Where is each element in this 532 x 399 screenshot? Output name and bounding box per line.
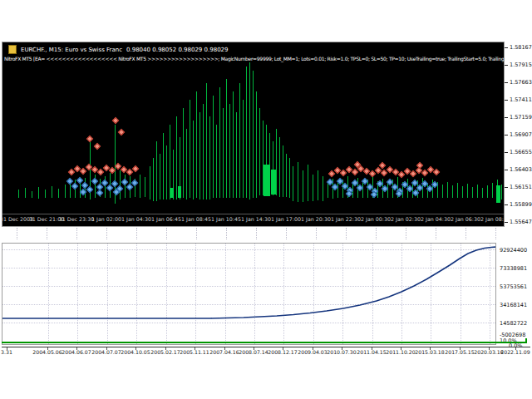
date-axis-tick xyxy=(430,347,431,350)
candle-bar xyxy=(442,185,443,198)
date-axis-label: 2005.02.17 xyxy=(150,349,180,355)
time-axis-label: 1 Jan 17:00 xyxy=(271,216,301,222)
time-axis-label: 1 Jan 10:45 xyxy=(211,216,241,222)
date-axis-tick xyxy=(106,347,107,350)
grid-tick xyxy=(466,228,467,239)
grid-tick xyxy=(376,228,377,239)
candle-bar xyxy=(387,183,388,198)
price-tick xyxy=(505,187,508,188)
price-tick-label: 1.57159 xyxy=(510,114,532,121)
candle-bar xyxy=(163,133,164,200)
candle-bar xyxy=(196,91,197,198)
time-axis-label: 1 Jan 14:30 xyxy=(241,216,271,222)
candle-bar xyxy=(313,175,313,201)
date-axis-label: 3.31 xyxy=(1,349,12,355)
candle-bar xyxy=(193,121,194,200)
candle-bar xyxy=(303,170,303,202)
candle-bar xyxy=(190,100,190,198)
grid-tick xyxy=(436,228,437,239)
grid-tick xyxy=(346,228,347,239)
date-axis-tick xyxy=(7,347,7,350)
zero-percent-line xyxy=(2,342,526,343)
sell-marker xyxy=(80,168,86,175)
date-axis-tick xyxy=(195,347,195,350)
candle-body xyxy=(264,165,270,196)
candle-body xyxy=(271,170,276,195)
candle-bar xyxy=(286,154,287,197)
candle-bar xyxy=(140,175,140,198)
date-axis-tick xyxy=(489,347,490,350)
candle-bar xyxy=(206,83,207,200)
candle-bar xyxy=(52,186,52,198)
candle-bar xyxy=(279,137,280,197)
candle-bar xyxy=(226,79,227,198)
date-axis-label: 2005.11.11 xyxy=(180,349,209,355)
candle-bar xyxy=(65,185,66,198)
grid-tick xyxy=(256,228,258,239)
money-scale-label: 53753561 xyxy=(500,283,527,290)
date-axis-tick xyxy=(47,347,48,350)
date-axis-tick xyxy=(135,347,136,350)
candle-bar xyxy=(447,182,448,198)
candle-bar xyxy=(323,176,323,201)
date-axis-tick xyxy=(342,347,342,350)
candle-bar xyxy=(223,108,224,198)
candle-bar xyxy=(229,104,230,198)
time-axis-separator xyxy=(2,214,504,214)
candle-bar xyxy=(153,158,154,201)
time-axis-label: 2 Jan 02:30 xyxy=(391,216,421,222)
candle-bar xyxy=(183,108,184,198)
price-tick xyxy=(505,170,508,170)
date-axis-label: 2022.11.09 xyxy=(500,349,530,355)
candle-bar xyxy=(492,183,493,198)
date-axis-tick xyxy=(401,347,401,350)
symbol-title: EURCHF., M15: Euro vs Swiss Franc xyxy=(21,47,122,53)
candle-bar xyxy=(467,184,468,198)
candle-bar xyxy=(362,183,363,198)
price-chart-panel[interactable]: EURCHF., M15: Euro vs Swiss Franc 0.9804… xyxy=(2,42,505,227)
price-tick xyxy=(505,47,508,48)
buy-marker xyxy=(71,183,78,190)
candle-bar xyxy=(487,185,488,198)
date-axis-label: 2004.07.07 xyxy=(91,349,121,355)
grid-tick xyxy=(226,228,228,239)
grid-tick xyxy=(47,228,48,239)
price-tick xyxy=(505,152,508,153)
date-axis-tick xyxy=(515,347,516,350)
time-axis-label: 31 Dec 23:30 xyxy=(59,216,94,222)
grid-tick xyxy=(286,228,288,239)
candle-bar xyxy=(236,112,237,198)
time-axis-label: 2 Jan 04:30 xyxy=(421,216,451,222)
sell-marker xyxy=(118,129,125,135)
price-tick-label: 1.56151 xyxy=(510,184,532,190)
date-axis-label: 2017.05.15 xyxy=(445,349,474,355)
candle-bar xyxy=(150,166,150,200)
price-tick-label: 1.55899 xyxy=(510,201,532,208)
time-axis-label: 1 Jan 04:30 xyxy=(121,216,151,222)
sell-marker xyxy=(94,143,101,150)
candle-bar xyxy=(318,170,318,200)
time-axis-label: 1 Jan 20:30 xyxy=(301,216,331,222)
candle-bar xyxy=(253,71,254,198)
sell-marker xyxy=(97,169,104,175)
price-tick xyxy=(505,222,508,223)
candle-bar xyxy=(249,62,250,200)
equity-date-axis-line xyxy=(2,347,530,347)
price-tick-label: 1.57663 xyxy=(510,79,532,86)
grid-tick xyxy=(136,228,138,239)
candle-bar xyxy=(25,188,26,198)
grid-tick xyxy=(495,228,497,239)
candle-bar xyxy=(501,185,502,200)
time-axis-label: 1 Jan 08:45 xyxy=(181,216,211,222)
money-scale-label: 14582722 xyxy=(500,320,527,327)
candle-bar xyxy=(213,96,214,198)
price-tick xyxy=(505,204,508,205)
candle-bar xyxy=(200,112,200,200)
date-axis-tick xyxy=(254,347,254,350)
price-tick-label: 1.55647 xyxy=(510,219,532,225)
buy-marker xyxy=(91,178,98,185)
candle-bar xyxy=(243,100,244,198)
equity-panel[interactable] xyxy=(2,243,496,345)
time-axis-label: 2 Jan 08:30 xyxy=(480,216,505,222)
date-axis-label: 2011.10.20 xyxy=(386,349,415,355)
